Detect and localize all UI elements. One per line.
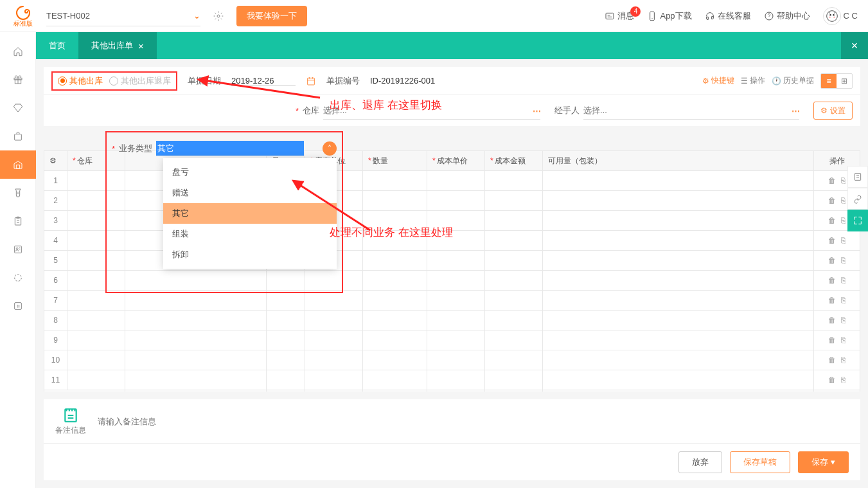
table-row[interactable]: 7🗑⎘: [44, 291, 860, 311]
table-row[interactable]: 9🗑⎘: [44, 330, 860, 350]
svg-point-5: [826, 10, 837, 21]
svg-rect-19: [14, 246, 21, 253]
support-link[interactable]: 在线客服: [705, 10, 751, 22]
biztype-field[interactable]: * 业务类型 ˄: [112, 139, 337, 158]
handler-input[interactable]: [583, 102, 799, 120]
sidebar-bag[interactable]: [0, 122, 36, 150]
delete-icon[interactable]: 🗑: [828, 216, 836, 225]
svg-rect-1: [606, 13, 614, 19]
fab-expand[interactable]: [847, 210, 868, 231]
column-settings-button[interactable]: ⚙ 设置: [813, 102, 853, 120]
sidebar: ¥ 新: [0, 32, 36, 488]
delete-icon[interactable]: 🗑: [828, 236, 836, 245]
discard-button[interactable]: 放弃: [678, 451, 722, 473]
table-row[interactable]: 6🗑⎘: [44, 271, 860, 291]
svg-rect-13: [16, 165, 19, 168]
app-download-link[interactable]: App下载: [647, 10, 691, 22]
tab-home[interactable]: 首页: [36, 32, 78, 59]
sidebar-finance[interactable]: ¥: [0, 179, 36, 207]
chevron-up-icon[interactable]: ˄: [323, 141, 337, 156]
sidebar-gift[interactable]: [0, 66, 36, 94]
history-link[interactable]: 🕐 历史单据: [772, 75, 814, 86]
copy-icon[interactable]: ⎘: [841, 196, 846, 205]
radio-return[interactable]: 其他出库退库: [109, 75, 171, 87]
delete-icon[interactable]: 🗑: [828, 356, 836, 365]
messages-link[interactable]: 消息 4: [605, 10, 634, 22]
chevron-down-icon: ▾: [831, 457, 835, 467]
list-view-icon[interactable]: ≡: [821, 74, 837, 88]
toolbar-actions: ⚙ 快捷键 ☰ 操作 🕐 历史单据 ≡ ⊞: [702, 73, 853, 89]
svg-point-9: [833, 16, 835, 17]
svg-text:¥: ¥: [17, 191, 19, 195]
toolbar: 其他出库 其他出库退库 单据日期 2019-12-26 单据编号 ID-2019…: [44, 67, 860, 95]
delete-icon[interactable]: 🗑: [828, 176, 836, 185]
delete-icon[interactable]: 🗑: [828, 276, 836, 285]
svg-line-29: [298, 184, 370, 230]
close-icon[interactable]: ×: [138, 41, 144, 51]
footer: 放弃 保存草稿 保存 ▾: [44, 443, 860, 480]
copy-icon[interactable]: ⎘: [841, 356, 846, 365]
sidebar-clipboard[interactable]: [0, 207, 36, 235]
dropdown-item[interactable]: 拆卸: [163, 244, 337, 265]
copy-icon[interactable]: ⎘: [841, 216, 846, 225]
table-row[interactable]: 8🗑⎘: [44, 311, 860, 330]
save-draft-button[interactable]: 保存草稿: [730, 451, 790, 473]
main: 首页 其他出库单 × × 其他出库 其他出库退库 单据日期 2019-12-26…: [36, 32, 868, 488]
tab-other-out[interactable]: 其他出库单 ×: [78, 32, 157, 59]
delete-icon[interactable]: 🗑: [828, 296, 836, 305]
save-button[interactable]: 保存 ▾: [798, 451, 849, 473]
delete-icon[interactable]: 🗑: [828, 196, 836, 205]
user-menu[interactable]: C C: [823, 7, 858, 25]
more-icon[interactable]: ⋯: [533, 106, 542, 116]
sidebar-sync[interactable]: [0, 264, 36, 292]
gear-column[interactable]: ⚙: [44, 151, 67, 171]
radio-out[interactable]: 其他出库: [58, 75, 103, 87]
copy-icon[interactable]: ⎘: [841, 296, 846, 305]
settings-icon[interactable]: [208, 6, 229, 26]
arrow-icon: [198, 75, 326, 103]
grid-view-icon[interactable]: ⊞: [837, 74, 852, 88]
phone-icon: [647, 11, 657, 21]
copy-icon[interactable]: ⎘: [841, 276, 846, 285]
view-toggle[interactable]: ≡ ⊞: [820, 73, 853, 89]
ops-link[interactable]: ☰ 操作: [741, 75, 765, 86]
delete-icon[interactable]: 🗑: [828, 375, 836, 384]
delete-icon[interactable]: 🗑: [828, 256, 836, 265]
copy-icon[interactable]: ⎘: [841, 375, 846, 384]
annotation: 处理不同业务 在这里处理: [330, 225, 453, 240]
handler-field[interactable]: 经手人 ⋯: [554, 102, 801, 120]
fab-link[interactable]: [847, 188, 868, 210]
company-select[interactable]: TEST-H002 ⌄: [46, 6, 200, 26]
sidebar-home[interactable]: [0, 37, 36, 66]
tabs-close-all[interactable]: ×: [841, 32, 868, 59]
more-icon[interactable]: ⋯: [792, 106, 801, 116]
svg-text:新: 新: [16, 304, 19, 308]
delete-icon[interactable]: 🗑: [828, 316, 836, 325]
remark-icon: 备注信息: [55, 407, 86, 436]
sidebar-diamond[interactable]: [0, 94, 36, 122]
shortcut-link[interactable]: ⚙ 快捷键: [702, 75, 734, 86]
copy-icon[interactable]: ⎘: [841, 176, 846, 185]
table-row[interactable]: 11🗑⎘: [44, 370, 860, 390]
copy-icon[interactable]: ⎘: [841, 336, 846, 345]
try-button[interactable]: 我要体验一下: [236, 6, 307, 26]
fab-note[interactable]: [847, 166, 868, 188]
table-row[interactable]: 10🗑⎘: [44, 350, 860, 370]
avatar: [823, 7, 841, 25]
biztype-input[interactable]: [156, 141, 304, 156]
svg-point-0: [217, 15, 220, 17]
top-right: 消息 4 App下载 在线客服 帮助中心 C C: [605, 7, 858, 25]
delete-icon[interactable]: 🗑: [828, 336, 836, 345]
form-row: *仓库 ⋯ 经手人 ⋯ ⚙ 设置: [44, 95, 860, 126]
sidebar-contacts[interactable]: [0, 235, 36, 264]
docno-label: 单据编号: [326, 75, 360, 87]
chevron-down-icon: ⌄: [193, 11, 200, 21]
sidebar-warehouse[interactable]: [0, 150, 36, 179]
remark-input[interactable]: [98, 417, 849, 426]
copy-icon[interactable]: ⎘: [841, 236, 846, 245]
copy-icon[interactable]: ⎘: [841, 316, 846, 325]
help-link[interactable]: 帮助中心: [764, 10, 810, 22]
copy-icon[interactable]: ⎘: [841, 256, 846, 265]
sidebar-new[interactable]: 新: [0, 292, 36, 320]
annotation: 出库、退库 在这里切换: [330, 98, 442, 113]
